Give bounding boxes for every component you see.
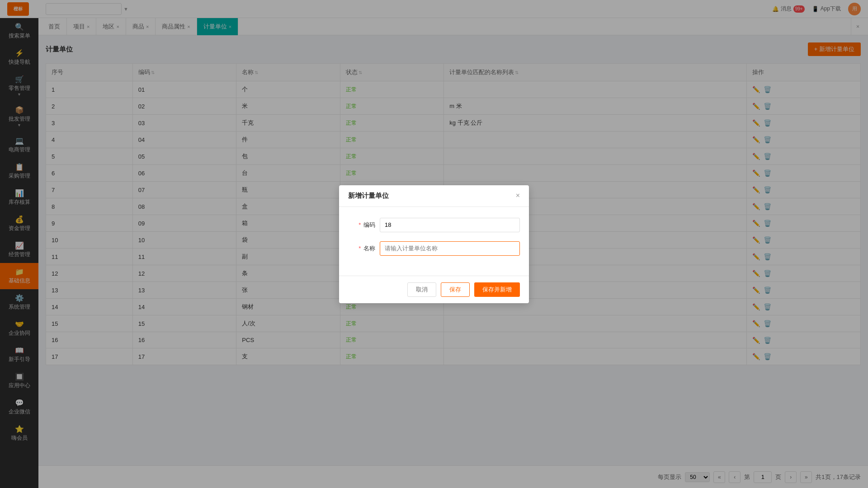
name-input[interactable]: [380, 241, 520, 256]
modal-body: * 编码 * 名称: [339, 207, 529, 276]
form-row-code: * 编码: [348, 218, 520, 232]
required-mark-code: *: [359, 221, 361, 228]
modal-add-unit: 新增计量单位 × * 编码 * 名称 取消 保存 保存并新增: [339, 185, 529, 303]
form-label-code: * 编码: [348, 221, 375, 229]
cancel-button[interactable]: 取消: [407, 282, 436, 297]
code-input[interactable]: [380, 218, 520, 232]
form-row-name: * 名称: [348, 241, 520, 256]
modal-overlay: 新增计量单位 × * 编码 * 名称 取消 保存 保存并新增: [0, 0, 868, 488]
modal-footer: 取消 保存 保存并新增: [339, 276, 529, 303]
modal-header: 新增计量单位 ×: [339, 185, 529, 207]
modal-title: 新增计量单位: [348, 192, 389, 200]
required-mark-name: *: [359, 245, 361, 252]
modal-close-button[interactable]: ×: [516, 192, 520, 200]
save-and-new-button[interactable]: 保存并新增: [474, 282, 520, 297]
form-label-name: * 名称: [348, 244, 375, 253]
save-button[interactable]: 保存: [441, 282, 470, 297]
